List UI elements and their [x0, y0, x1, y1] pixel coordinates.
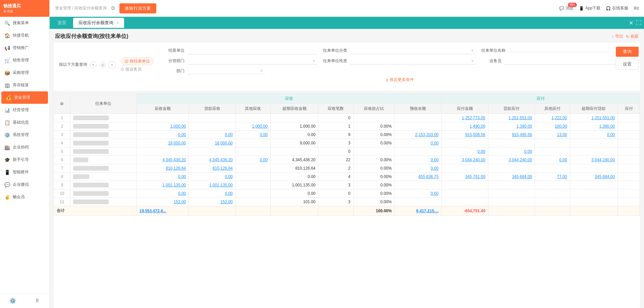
export-button[interactable]: ↑ 导出	[612, 34, 623, 39]
footer-rec-advance-link[interactable]: 6,417,215....	[416, 209, 439, 213]
footer-rec-amount-link[interactable]: 19,553,472,6...	[140, 209, 166, 213]
partner-nature-select[interactable]: ▼	[350, 58, 476, 64]
cell-rec-advance-link[interactable]: 0.00	[431, 191, 438, 196]
dept-manage-select[interactable]: ▼	[187, 58, 318, 64]
cell-pay-loan-link[interactable]: 1,251,551.00	[508, 116, 532, 120]
sidebar-item-guide[interactable]: 🎓 新手引导	[0, 153, 49, 166]
sidebar-item-quick-nav[interactable]: 🏠 快捷导航	[0, 29, 49, 42]
cell-pay-overdue-link[interactable]: 1,390.00	[599, 124, 615, 129]
cell-rec-loan-link[interactable]: 18,000.00	[215, 141, 232, 145]
settings-icon[interactable]: ⚙	[60, 101, 64, 106]
setting-button[interactable]: 设置	[616, 59, 639, 70]
cell-rec-loan-link[interactable]: 152.00	[220, 200, 233, 204]
cell-pay-other	[535, 147, 570, 156]
cell-rec-amount-link[interactable]: 18,000.00	[168, 141, 186, 145]
dept-select[interactable]: ▼	[187, 68, 265, 74]
cell-rec-amount-link[interactable]: 0.00	[178, 132, 186, 137]
cell-rec-loan-link[interactable]: 810,126.64	[213, 166, 233, 171]
cell-rec-other-link[interactable]: 0.00	[260, 158, 268, 162]
cell-pay-other-link[interactable]: 1,222.00	[551, 116, 567, 120]
cell-rec-advance-link[interactable]: 0.00	[431, 166, 438, 171]
sidebar-item-search-menu[interactable]: 🔍 搜索菜单	[0, 17, 49, 29]
settlement-input[interactable]: ···	[187, 47, 318, 54]
filter-collapse-btn[interactable]: ∧ 收起更多条件	[164, 77, 635, 83]
cell-rec-loan-link[interactable]: 4,345,436.20	[209, 158, 233, 162]
cell-pay-amount-link[interactable]: 1,490.00	[470, 124, 485, 129]
cell-pay-amount-link[interactable]: 3,044,240.00	[462, 158, 485, 162]
cell-pay-overdue-link[interactable]: 1,251,551.00	[591, 116, 615, 120]
cell-rec-amount-link[interactable]: 1,000.00	[170, 124, 186, 129]
cell-rec-advance-link[interactable]: 2,153,333.00	[415, 132, 438, 137]
tab-close-icon[interactable]: ×	[117, 21, 119, 25]
filter-add-button[interactable]: +	[90, 61, 97, 68]
cell-rec-amount-link[interactable]: 4,345,436.20	[162, 158, 186, 162]
cell-rec-amount-link[interactable]: 1,001,135.00	[162, 183, 186, 187]
cell-rec-advance-link[interactable]: 655,636.75	[418, 174, 438, 179]
cell-pay-loan-link[interactable]: 915,495.56	[512, 132, 532, 137]
sidebar-item-inventory[interactable]: 🏢 库存核算	[0, 79, 49, 91]
sidebar-settings-btn[interactable]: ⚙️	[7, 296, 19, 305]
cell-rec-advance-link[interactable]: 0.00	[431, 141, 438, 145]
cell-pay-loan-link[interactable]: 345,684.00	[512, 174, 532, 179]
cell-rec-other-link[interactable]: 0.00	[260, 132, 268, 137]
cell-pay-loan-link[interactable]: 3,044,240.00	[508, 158, 532, 162]
cell-pay-other-link[interactable]: 100.00	[555, 124, 567, 129]
sidebar-item-purchase[interactable]: 📦 采购管理	[0, 67, 49, 79]
cell-pay-other-link[interactable]: 0.00	[559, 158, 567, 162]
sidebar-item-member[interactable]: ✌️ 畅会员	[0, 191, 49, 203]
sidebar-item-system[interactable]: ⚙️ 系统管理	[0, 129, 49, 141]
refresh-button[interactable]: ↻ 刷新	[626, 34, 639, 39]
message-button[interactable]: 💬 消息 99+	[559, 5, 574, 11]
service-button[interactable]: 🎧 在线客服	[606, 5, 628, 11]
cell-rec-loan-link[interactable]: 0.00	[225, 174, 232, 179]
sidebar-item-finance[interactable]: 💰 资金管理	[1, 91, 48, 104]
sidebar-item-hardware[interactable]: 📱 智能硬件	[0, 166, 49, 178]
sidebar-item-marketing[interactable]: 📢 营销推广	[0, 42, 49, 54]
topbar-gear-icon[interactable]: ⚙	[111, 5, 115, 11]
cell-pay-overdue: 3,044,240.00	[570, 156, 618, 164]
scheme-option-salesman[interactable]: ⊙ 按业务员	[121, 67, 154, 72]
sidebar-collapse-btn[interactable]: ⏸	[32, 296, 43, 305]
solution-button[interactable]: 体验行业方案	[119, 3, 156, 13]
cell-pay-overdue-link[interactable]: 0.00	[607, 132, 615, 137]
user-info[interactable]: Rit	[634, 6, 639, 11]
tabbar-close-icon[interactable]: ✕	[629, 20, 633, 26]
cell-rec-amount-link[interactable]: 152.00	[174, 200, 186, 204]
tab-query[interactable]: 应收应付余额查询 ×	[73, 18, 124, 28]
query-button[interactable]: 查询	[616, 47, 639, 57]
sidebar-item-operations[interactable]: 📊 经营管理	[0, 104, 49, 116]
cell-rec-count: 3	[318, 181, 353, 189]
tab-home[interactable]: 首页	[52, 18, 72, 28]
cell-rec-amount-link[interactable]: 0.00	[178, 191, 186, 196]
cell-rec-other-link[interactable]: 1,000.00	[252, 124, 268, 129]
cell-pay-loan-link[interactable]: 1,390.00	[517, 124, 532, 129]
sidebar-item-sales[interactable]: 🛒 销售管理	[0, 54, 49, 67]
tabbar-fullscreen-icon[interactable]: ⛶	[636, 20, 641, 26]
cell-pay-amount-link[interactable]: 1,252,773.00	[462, 116, 485, 120]
cell-pay-overdue-link[interactable]: 3,044,240.00	[591, 158, 615, 162]
cell-pay-other-link[interactable]: 13.00	[557, 132, 567, 137]
cell-pay-amount-link[interactable]: 0.00	[478, 149, 485, 154]
sidebar-item-wechat[interactable]: 💬 企业微信	[0, 178, 49, 191]
cell-pay-other-link[interactable]: 77.00	[557, 174, 567, 179]
cell-rec-loan-link[interactable]: 0.00	[225, 132, 232, 137]
th-pay-loan: 贷款应付	[488, 104, 535, 114]
cell-pay-amount-link[interactable]: 915,508.56	[465, 132, 485, 137]
cell-rec-advance-link[interactable]: 0.00	[431, 158, 438, 162]
scheme-tag-partner[interactable]: ⊙ 按往来单位	[121, 57, 154, 65]
salesman-input[interactable]: ···	[504, 57, 635, 65]
sidebar-item-basic[interactable]: 📋 基础信息	[0, 116, 49, 129]
cell-rec-loan-link[interactable]: 0.00	[225, 191, 232, 196]
partner-category-select[interactable]: ▼	[350, 47, 476, 54]
filter-scheme-icon[interactable]: ◎	[99, 61, 106, 68]
cell-rec-amount-link[interactable]: 810,126.64	[166, 166, 186, 171]
app-download-button[interactable]: 📱 App下载	[579, 5, 600, 11]
cell-pay-amount-link[interactable]: 345,761.00	[465, 174, 485, 179]
cell-pay-loan-link[interactable]: 0.00	[524, 149, 532, 154]
sidebar-item-corp[interactable]: 🏬 企业协同	[0, 141, 49, 153]
cell-rec-loan-link[interactable]: 1,001,135.00	[209, 183, 233, 187]
filter-collapse-icon[interactable]: «	[109, 61, 115, 68]
cell-rec-amount-link[interactable]: 0.00	[178, 174, 186, 179]
cell-rec-loan	[189, 147, 236, 156]
cell-pay-overdue-link[interactable]: 345,684.00	[595, 174, 615, 179]
